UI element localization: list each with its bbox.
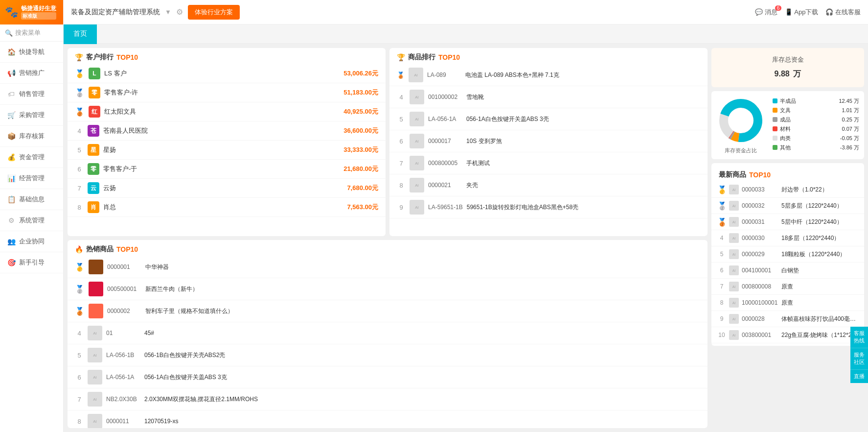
- customer-name: 苍南县人民医院: [103, 126, 340, 135]
- sidebar-item-operations[interactable]: 📊 经营管理: [0, 168, 63, 189]
- sidebar-search[interactable]: 🔍 搜索菜单: [0, 24, 63, 42]
- table-row: 4 苍 苍南县人民医院 36,600.00元: [68, 121, 386, 141]
- product-code: 0000033: [742, 186, 778, 193]
- tab-home[interactable]: 首页: [64, 24, 97, 44]
- sidebar-item-system[interactable]: ⚙ 系统管理: [0, 210, 63, 231]
- product-thumb: AI: [729, 185, 739, 194]
- product-code: 0000017: [428, 138, 462, 144]
- product-code: LA-056-1A: [428, 116, 462, 122]
- customer-amount: 40,925.00元: [343, 107, 378, 116]
- legend-item: 成品 0.25 万: [773, 116, 859, 123]
- table-row: 5 星 星扬 33,333.00元: [68, 141, 386, 160]
- avatar: 肖: [88, 201, 99, 213]
- product-name: 中华神器: [145, 263, 700, 271]
- guide-icon: 🎯: [7, 259, 15, 266]
- legend-item: 其他 -3.86 万: [773, 144, 859, 151]
- sidebar-item-label: 销售管理: [19, 90, 45, 98]
- top-selling-card: 🏆 商品排行 TOP10 🥉 AI LA-089 电池盖 LA-089 ABS本…: [389, 48, 708, 236]
- dropdown-arrow[interactable]: ▼: [165, 8, 171, 16]
- nav-tabs: 首页: [64, 24, 868, 44]
- rank-number: 8: [75, 204, 84, 211]
- avatar: L: [89, 68, 100, 79]
- product-code: 0000029: [742, 251, 778, 258]
- top-selling-title: 🏆 商品排行 TOP10: [389, 48, 708, 64]
- product-code: 0000002: [107, 308, 141, 314]
- float-btn-live[interactable]: 直播: [850, 370, 868, 383]
- product-code: LA-089: [427, 72, 461, 78]
- sales-icon: 🏷: [7, 90, 15, 98]
- product-thumb: AI: [410, 200, 424, 215]
- trial-button[interactable]: 体验行业方案: [188, 5, 240, 20]
- table-row: 5 AI LA-056-1A 056-1A白色按键开关盖ABS 3壳: [389, 108, 708, 130]
- list-item: 7 AI 000800008 原查: [711, 279, 864, 295]
- table-row: 6 AI 0000017 10S 变刹罗煞: [389, 130, 708, 152]
- hot-products-card: 🔥 热销商品 TOP10 🥇 0000001 中华神器 🥈 000500001: [68, 240, 708, 428]
- chart-legend: 半成品 12.45 万 文具 1.01 万 成品 0.25 万: [773, 97, 859, 153]
- legend-color: [773, 126, 777, 131]
- list-item: 8 AI 10000100001 原查: [711, 295, 864, 311]
- product-name: 18多层（1220*2440）: [781, 234, 858, 242]
- product-code: 004100001: [742, 267, 778, 274]
- product-thumb: AI: [729, 298, 739, 308]
- customer-name: 星扬: [103, 145, 340, 154]
- table-row: 🥉 红 红太阳文具 40,925.00元: [68, 102, 386, 121]
- table-row: 7 AI 000800005 手机测试: [389, 152, 708, 174]
- sidebar: 🐾 畅捷通好生意 标准版 🔍 搜索菜单 🏠 快捷导航 📢 营销推广 🏷 销售管理…: [0, 0, 64, 432]
- float-btn-hotline[interactable]: 客服热线: [850, 327, 868, 348]
- headset-icon: 🎧: [825, 8, 833, 16]
- sidebar-item-finance[interactable]: 💰 资金管理: [0, 147, 63, 168]
- sidebar-item-label: 经营管理: [19, 174, 45, 183]
- product-thumb: AI: [729, 233, 739, 243]
- list-item: 🥇 0000001 中华神器: [68, 256, 708, 278]
- product-name: 5层中纤（1220*2440）: [781, 218, 858, 226]
- customer-name: 肖总: [103, 203, 343, 212]
- sidebar-item-basic[interactable]: 📋 基础信息: [0, 189, 63, 210]
- settings-icon[interactable]: ⚙: [176, 7, 183, 17]
- system-icon: ⚙: [7, 216, 15, 224]
- product-thumb: AI: [88, 370, 102, 384]
- product-name: 59651-1B旋转投影灯电池盒ABS黑色+58壳: [467, 203, 700, 212]
- operations-icon: 📊: [7, 174, 15, 182]
- message-count: 6: [775, 5, 782, 11]
- customer-name: 零售客户-许: [104, 88, 340, 97]
- avatar: 星: [88, 144, 99, 156]
- message-badge[interactable]: 💬 消息 6: [755, 8, 777, 17]
- marketing-icon: 📢: [7, 69, 15, 77]
- legend-color: [773, 108, 777, 113]
- product-thumb: AI: [729, 265, 739, 275]
- rank-number: 7: [75, 185, 84, 192]
- product-thumb: AI: [88, 326, 102, 340]
- sidebar-logo: 🐾 畅捷通好生意 标准版: [0, 0, 63, 24]
- list-item: 6 AI 004100001 白钢垫: [711, 263, 864, 279]
- rank-number: 7: [397, 160, 406, 167]
- sidebar-item-home[interactable]: 🏠 快捷导航: [0, 42, 63, 63]
- online-service[interactable]: 🎧 在线客服: [825, 8, 861, 17]
- medal-icon: 🥇: [75, 263, 85, 272]
- product-code: NB2.0X30B: [106, 396, 140, 403]
- app-download[interactable]: 📱 App下载: [785, 8, 818, 17]
- sidebar-item-inventory[interactable]: 📦 库存核算: [0, 126, 63, 147]
- sidebar-item-marketing[interactable]: 📢 营销推广: [0, 63, 63, 84]
- avatar: 云: [88, 182, 99, 194]
- sidebar-item-collab[interactable]: 👥 企业协同: [0, 231, 63, 252]
- avatar: 红: [89, 106, 100, 118]
- product-name: 5层多层（1220*2440）: [781, 202, 858, 210]
- product-code: LA-59651-1B: [428, 204, 463, 211]
- sidebar-item-sales[interactable]: 🏷 销售管理: [0, 84, 63, 105]
- product-name: 22g鱼豆腐·烧烤味（1*12*20）: [781, 331, 858, 339]
- float-btn-community[interactable]: 服务社区: [850, 348, 868, 370]
- product-thumb: AI: [729, 314, 739, 324]
- legend-color: [773, 136, 777, 141]
- sidebar-item-label: 资金管理: [19, 153, 45, 162]
- content-right: 库存总资金 9.88 万: [711, 44, 868, 432]
- topbar: 装备及固定资产辅助管理系统 ▼ ⚙ 体验行业方案 💬 消息 6 📱 App下载 …: [64, 0, 868, 24]
- product-thumb: AI: [409, 68, 423, 82]
- search-icon: 🔍: [5, 29, 13, 37]
- table-row: 8 AI 0000021 夹壳: [389, 174, 708, 196]
- table-row: 9 AI LA-59651-1B 59651-1B旋转投影灯电池盒ABS黑色+5…: [389, 196, 708, 218]
- sidebar-item-purchase[interactable]: 🛒 采购管理: [0, 105, 63, 126]
- sidebar-item-guide[interactable]: 🎯 新手引导: [0, 252, 63, 273]
- list-item: 🥈 000500001 新西兰牛肉（新牛）: [68, 278, 708, 300]
- product-name: 45#: [144, 330, 700, 336]
- list-item: 🥈 AI 0000032 5层多层（1220*2440）: [711, 198, 864, 214]
